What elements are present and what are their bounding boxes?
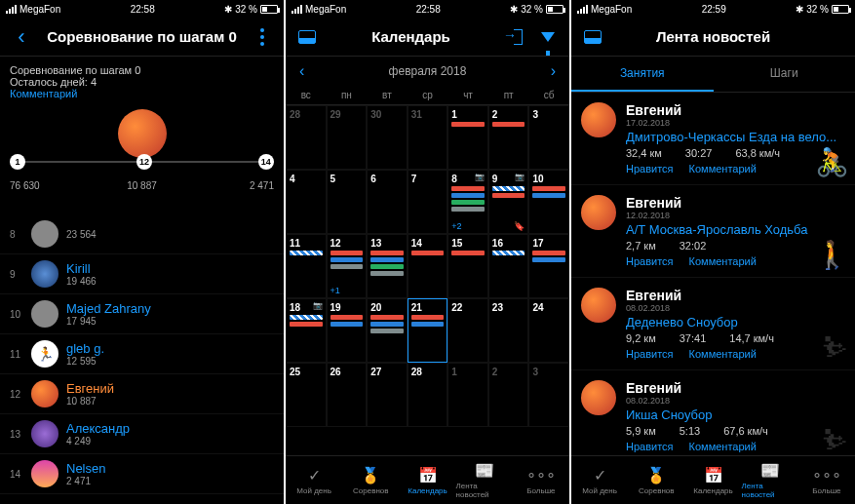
inbox-button[interactable]	[581, 25, 604, 49]
clock: 22:58	[416, 4, 441, 15]
calendar-day[interactable]: 3	[528, 363, 569, 427]
inbox-button[interactable]	[295, 25, 319, 49]
calendar-day[interactable]: 8📷+2	[447, 170, 488, 234]
bottom-nav: ✓Мой день 🏅Соревнов 📅Календарь 📰Лента но…	[571, 455, 855, 504]
comment-button[interactable]: Комментарий	[689, 441, 757, 452]
calendar-day[interactable]: 9📷🔖	[488, 170, 529, 234]
like-button[interactable]: Нравится	[626, 255, 674, 267]
calendar-day[interactable]: 15	[447, 234, 488, 298]
calendar-day[interactable]: 2	[488, 105, 529, 170]
calendar-day[interactable]: 23	[488, 298, 529, 363]
like-button[interactable]: Нравится	[626, 348, 674, 360]
nav-news[interactable]: 📰Лента новостей	[742, 456, 798, 504]
calendar-day[interactable]: 31	[408, 105, 448, 170]
calendar-day[interactable]: 12+1	[327, 234, 368, 298]
leaderboard-row[interactable]: 11 gleb g. 12 595	[0, 334, 284, 374]
activity-bar	[532, 193, 565, 198]
feed-item[interactable]: Евгений 08.02.2018 Икша Сноубор 5,9 км5:…	[571, 370, 855, 455]
leaderboard-row[interactable]: 12 Евгений 10 887	[0, 374, 284, 414]
calendar-day[interactable]: 4	[286, 170, 327, 234]
calendar-day[interactable]: 10	[528, 170, 569, 234]
nav-news[interactable]: 📰Лента новостей	[456, 456, 513, 504]
comment-link[interactable]: Комментарий	[10, 88, 274, 99]
nav-calendar[interactable]: 📅Календарь	[684, 456, 741, 504]
calendar-day[interactable]: 3	[528, 105, 569, 170]
calendar-day[interactable]: 21	[408, 298, 448, 363]
stat-time: 30:27	[685, 147, 713, 159]
calendar-day[interactable]: 28	[408, 363, 448, 427]
header: Лента новостей	[571, 18, 855, 57]
calendar-day[interactable]: 19	[327, 298, 368, 363]
leaderboard-row[interactable]: 13 Александр 4 249	[0, 414, 284, 454]
leaderboard-row[interactable]: 10 Majed Zahrany 17 945	[0, 294, 284, 334]
activity-type-icon: 🚶	[815, 239, 849, 271]
calendar-day[interactable]: 7	[408, 170, 448, 234]
nav-more[interactable]: ∘∘∘Больше	[513, 456, 569, 504]
leaderboard: 8 23 5649 Kirill 19 46610 Majed Zahrany …	[0, 214, 284, 504]
activity-bar	[492, 251, 525, 255]
tab-steps[interactable]: Шаги	[714, 57, 856, 92]
me-avatar[interactable]	[118, 109, 167, 158]
comment-button[interactable]: Комментарий	[689, 255, 757, 267]
calendar-day[interactable]: 11	[286, 234, 327, 298]
user-name: Nelsen	[66, 461, 274, 476]
rank: 11	[10, 349, 23, 360]
import-button[interactable]	[503, 25, 526, 49]
activity-date: 17.02.2018	[626, 118, 845, 128]
rank-node[interactable]: 12	[136, 154, 152, 170]
nav-calendar[interactable]: 📅Календарь	[399, 456, 455, 504]
calendar-day[interactable]: 17	[528, 234, 569, 298]
feed-item[interactable]: Евгений 17.02.2018 Дмитрово-Черкассы Езд…	[571, 93, 855, 185]
rank-node[interactable]: 14	[258, 154, 274, 170]
nav-more[interactable]: ∘∘∘Больше	[798, 456, 855, 504]
leaderboard-row[interactable]: 9 Kirill 19 466	[0, 254, 284, 294]
calendar-day[interactable]: 25	[286, 363, 327, 427]
nav-myday[interactable]: ✓Мой день	[286, 456, 342, 504]
like-button[interactable]: Нравится	[626, 441, 674, 452]
activity-date: 12.02.2018	[626, 211, 845, 220]
comment-button[interactable]: Комментарий	[689, 163, 757, 174]
comment-button[interactable]: Комментарий	[689, 348, 757, 360]
calendar-day[interactable]: 1	[447, 105, 488, 170]
calendar-day[interactable]: 22	[447, 298, 488, 363]
calendar-day[interactable]: 28	[286, 105, 327, 170]
leaderboard-row[interactable]: 14 Nelsen 2 471	[0, 454, 284, 494]
nav-competition[interactable]: 🏅Соревнов	[342, 456, 399, 504]
rank-value: 10 887	[127, 180, 157, 191]
calendar-day[interactable]: 27	[367, 363, 408, 427]
calendar-day[interactable]: 26	[327, 363, 368, 427]
leaderboard-row[interactable]: 8 23 564	[0, 214, 284, 254]
star-icon: 🔖	[514, 221, 525, 231]
calendar-day[interactable]: 16	[488, 234, 529, 298]
calendar-day[interactable]: 30	[367, 105, 408, 170]
nav-competition[interactable]: 🏅Соревнов	[628, 456, 684, 504]
next-month-button[interactable]: ›	[547, 62, 560, 80]
calendar-day[interactable]: 1	[447, 363, 488, 427]
filter-button[interactable]	[536, 25, 560, 49]
calendar-day[interactable]: 13	[367, 234, 408, 298]
calendar-day[interactable]: 5	[327, 170, 368, 234]
user-avatar	[31, 220, 58, 248]
header: ‹ Соревнование по шагам 0	[0, 18, 284, 57]
page-title: Календарь	[319, 28, 503, 45]
nav-myday[interactable]: ✓Мой день	[571, 456, 628, 504]
rank-node[interactable]: 1	[10, 154, 25, 170]
like-button[interactable]: Нравится	[626, 163, 674, 174]
feed-item[interactable]: Евгений 08.02.2018 Деденево Сноубор 9,2 …	[571, 278, 855, 370]
calendar-day[interactable]: 29	[327, 105, 368, 170]
activity-bar	[532, 251, 565, 255]
calendar-day[interactable]: 18📷	[286, 298, 327, 363]
calendar-day[interactable]: 20	[367, 298, 408, 363]
calendar-day[interactable]: 14	[408, 234, 448, 298]
calendar-day[interactable]: 2	[488, 363, 529, 427]
battery-icon	[832, 5, 849, 14]
calendar-day[interactable]: 24	[528, 298, 569, 363]
back-button[interactable]: ‹	[10, 25, 33, 49]
screen-feed: MegaFon 22:59 ✱32 % Лента новостей Занят…	[571, 0, 855, 504]
tab-activities[interactable]: Занятия	[571, 57, 714, 92]
prev-month-button[interactable]: ‹	[295, 62, 308, 80]
menu-button[interactable]	[251, 25, 274, 49]
feed-item[interactable]: Евгений 12.02.2018 А/Т Москва-Ярославль …	[571, 185, 855, 278]
screen-calendar: MegaFon 22:58 ✱32 % Календарь ‹ февраля …	[286, 0, 569, 504]
calendar-day[interactable]: 6	[367, 170, 408, 234]
